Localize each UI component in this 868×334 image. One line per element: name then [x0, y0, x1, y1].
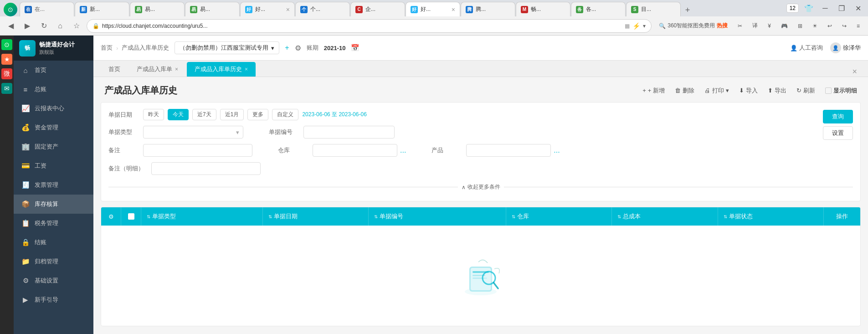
panel-close-btn[interactable]: ×	[852, 67, 857, 77]
sidebar-item-invoice[interactable]: 🧾 发票管理	[14, 175, 93, 195]
th-total-cost[interactable]: ⇅ 总成本	[612, 207, 718, 226]
browser-tab-7[interactable]: C 企...	[350, 2, 405, 16]
warehouse-more-icon[interactable]: ...	[400, 146, 406, 154]
th-warehouse[interactable]: ⇅ 仓库	[506, 207, 612, 226]
browser-tab-9[interactable]: 腾 腾...	[461, 2, 515, 16]
sidebar-item-finance[interactable]: 💰 资金管理	[14, 118, 93, 137]
date-btn-more[interactable]: 更多	[247, 109, 268, 120]
remark-filter-input[interactable]	[143, 144, 252, 157]
query-btn[interactable]: 查询	[823, 110, 853, 123]
search-toolbar[interactable]: 🔍 360智能抠图免费用 热搜	[655, 20, 731, 32]
add-company-btn[interactable]: +	[285, 44, 289, 52]
tab-restore-icon[interactable]: ❐	[835, 2, 848, 15]
sidebar-item-archive[interactable]: 📁 归档管理	[14, 252, 93, 271]
browser-tab-5[interactable]: 好 好... ×	[240, 2, 295, 16]
th-date[interactable]: ⇅ 单据日期	[263, 207, 369, 226]
date-btn-1month[interactable]: 近1月	[220, 109, 244, 120]
game-icon[interactable]: 🎮	[777, 20, 791, 32]
th-type[interactable]: ⇅ 单据类型	[141, 207, 263, 226]
user-menu[interactable]: 👤 徐泽华	[830, 42, 861, 53]
date-btn-custom[interactable]: 自定义	[272, 109, 298, 120]
undo-icon[interactable]: ↩	[824, 20, 836, 32]
sidebar-item-asset[interactable]: 🏢 固定资产	[14, 137, 93, 156]
calendar-icon[interactable]: 📅	[351, 44, 360, 52]
date-btn-yesterday[interactable]: 昨天	[143, 109, 164, 120]
date-btn-7days[interactable]: 近7天	[192, 109, 216, 120]
warehouse-filter-input[interactable]	[313, 144, 397, 157]
import-btn[interactable]: ⬇ 导入	[735, 85, 761, 97]
sidebar-item-report[interactable]: 📈 云报表中心	[14, 99, 93, 118]
page-tab-receipt[interactable]: 产成品入库单 ×	[129, 62, 186, 77]
th-status[interactable]: ⇅ 单据状态	[718, 207, 824, 226]
tab-count[interactable]: 12	[786, 4, 799, 13]
page-tab-home[interactable]: 首页	[101, 62, 128, 77]
refresh-button[interactable]: ↻	[37, 20, 50, 32]
forward-button[interactable]: ▶	[21, 20, 34, 32]
show-detail-checkbox[interactable]	[825, 87, 832, 94]
browser-tab-6[interactable]: 个 个...	[295, 2, 350, 16]
scissors-icon[interactable]: ✂	[734, 20, 746, 32]
browser-tab-10[interactable]: M 畅...	[516, 2, 570, 16]
redo-icon[interactable]: ↪	[838, 20, 850, 32]
print-btn[interactable]: 🖨 打印 ▾	[701, 85, 733, 97]
select-all-checkbox[interactable]	[128, 213, 134, 220]
tab-add-button[interactable]: +	[681, 4, 694, 16]
app-icon-weibo[interactable]: 微	[1, 68, 12, 79]
settings-gear-btn[interactable]: ⚙	[295, 44, 301, 52]
tab-shirt-icon[interactable]: 👕	[802, 2, 815, 15]
bookmark-button[interactable]: ☆	[70, 20, 83, 32]
delete-btn[interactable]: 🗑 删除	[671, 85, 698, 97]
product-more-icon[interactable]: ...	[554, 146, 560, 154]
tab-close-8[interactable]: ×	[452, 6, 455, 13]
sidebar-item-settle[interactable]: 🔒 结账	[14, 233, 93, 252]
th-number[interactable]: ⇅ 单据编号	[369, 207, 506, 226]
tab-minimize-icon[interactable]: ─	[819, 2, 832, 15]
number-filter-input[interactable]	[303, 126, 395, 139]
home-button[interactable]: ⌂	[54, 20, 67, 32]
th-checkbox[interactable]	[121, 207, 141, 226]
page-tab-receipt-close[interactable]: ×	[175, 66, 178, 72]
new-btn[interactable]: + + 新增	[639, 85, 668, 97]
tab-close-5[interactable]: ×	[286, 6, 290, 13]
url-bar[interactable]: 🔒 https://cloud.chanjet.com/accounting/u…	[87, 19, 652, 33]
sidebar-item-tax[interactable]: 📋 税务管理	[14, 214, 93, 233]
grid-icon[interactable]: ⊞	[794, 20, 806, 32]
ai-consult-btn[interactable]: 👤 人工咨询	[790, 44, 823, 52]
sidebar-item-guide[interactable]: ▶ 新手引导	[14, 290, 93, 309]
company-selector[interactable]: （勿删勿禁用）江西服宝测试专用 ▾	[175, 41, 279, 54]
sidebar-item-home[interactable]: ⌂ 首页	[14, 61, 93, 80]
url-dropdown-icon[interactable]: ▾	[643, 23, 646, 29]
show-detail-check[interactable]: 显示明细	[825, 87, 857, 95]
tab-close-icon[interactable]: ✕	[852, 2, 864, 15]
sidebar-item-settings[interactable]: ⚙ 基础设置	[14, 271, 93, 290]
export-btn[interactable]: ⬆ 导出	[764, 85, 790, 97]
th-gear[interactable]: ⚙	[101, 207, 121, 226]
browser-tab-4[interactable]: 易 易...	[185, 2, 240, 16]
theme-icon[interactable]: ☀	[809, 20, 821, 32]
page-tab-history-close[interactable]: ×	[245, 66, 248, 72]
setting-btn[interactable]: 设置	[823, 126, 853, 140]
yen-icon[interactable]: ¥	[764, 20, 775, 32]
sidebar-item-ledger[interactable]: ≡ 总账	[14, 80, 93, 99]
app-icon-2[interactable]: ★	[1, 54, 12, 65]
collapse-btn[interactable]: ∧ 收起更多条件	[462, 183, 500, 191]
date-btn-today[interactable]: 今天	[168, 109, 189, 120]
product-filter-input[interactable]	[466, 144, 551, 157]
sidebar-item-payroll[interactable]: 💳 工资	[14, 156, 93, 175]
browser-tab-2[interactable]: 新 新...	[75, 2, 129, 16]
browser-tab-3[interactable]: 易 易...	[130, 2, 185, 16]
browser-tab-11[interactable]: 各 各...	[571, 2, 626, 16]
browser-tab-1[interactable]: 在 在...	[20, 2, 74, 16]
browser-tab-8[interactable]: 好 好... ×	[406, 2, 460, 16]
more-icon[interactable]: ≡	[853, 20, 863, 32]
browser-tab-12[interactable]: S 目...	[626, 2, 681, 16]
app-icon-mail[interactable]: ✉	[1, 83, 12, 94]
refresh-btn[interactable]: ↻ 刷新	[793, 85, 819, 97]
page-tab-history[interactable]: 产成品入库单历史 ×	[187, 62, 256, 77]
back-button[interactable]: ◀	[5, 20, 17, 32]
translate-icon[interactable]: 译	[749, 20, 761, 32]
detail-remark-filter-input[interactable]	[151, 162, 261, 175]
app-logo-icon[interactable]: ⊙	[1, 39, 12, 50]
sidebar-item-inventory[interactable]: 📦 库存核算	[14, 195, 93, 214]
breadcrumb-home[interactable]: 首页	[101, 44, 113, 52]
